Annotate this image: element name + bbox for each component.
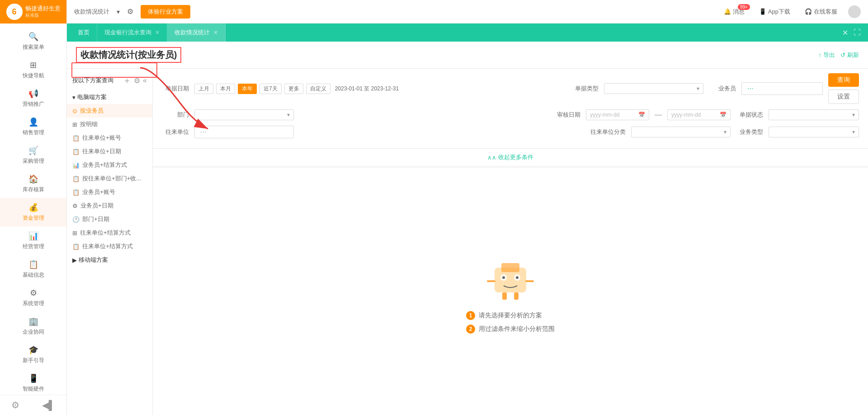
sidebar-item-purchase[interactable]: 🛒 采购管理 xyxy=(0,141,66,170)
date-btn-custom[interactable]: 自定义 xyxy=(306,84,330,94)
left-panel: 按以下方案查询 ＋ ⚙ « ▾ 电脑端方案 ⊙ 按业务员 ⊞ xyxy=(67,69,153,415)
salesperson-more-icon[interactable]: ··· xyxy=(747,85,753,93)
scheme-partner-settle2[interactable]: 📋 往来单位+结算方式 xyxy=(67,240,152,253)
query-button[interactable]: 查询 xyxy=(828,73,859,87)
hardware-icon: 📱 xyxy=(28,373,38,383)
sidebar-item-label: 销售管理 xyxy=(23,129,44,137)
collapse-panel-icon[interactable]: « xyxy=(143,76,147,85)
scheme-salesperson-settle[interactable]: 📊 业务员+结算方式 xyxy=(67,158,152,172)
sidebar-item-basic[interactable]: 📋 基础信息 xyxy=(0,255,66,283)
collapse-bar[interactable]: ∧∧ 收起更多条件 xyxy=(153,148,868,166)
sidebar-collapse-icon[interactable]: ◀▌ xyxy=(42,400,55,410)
scheme-salesperson-account[interactable]: 📋 业务员+账号 xyxy=(67,185,152,199)
review-date-end-input[interactable]: yyyy-mm-dd 📅 xyxy=(667,109,731,120)
mobile-section[interactable]: ▶ 移动端方案 xyxy=(67,253,152,267)
record-type-label: 单据类型 xyxy=(571,85,599,93)
business-type-select[interactable]: ▾ xyxy=(769,127,859,137)
tab-receipt[interactable]: 收款情况统计 ✕ xyxy=(167,24,226,42)
setting-button[interactable]: 设置 xyxy=(828,90,859,104)
empty-tip-1: 1 请先选择要分析的方案 xyxy=(466,311,555,320)
scheme-by-salesperson[interactable]: ⊙ 按业务员 xyxy=(67,104,152,118)
date-btn-last-month[interactable]: 上月 xyxy=(194,84,213,94)
sidebar-item-enterprise[interactable]: 🏢 企业协同 xyxy=(0,312,66,340)
enterprise-icon: 🏢 xyxy=(28,316,38,326)
tab-home[interactable]: 首页 xyxy=(71,24,97,42)
scheme-label: 业务员+日期 xyxy=(80,202,113,210)
scheme-dept-date[interactable]: 🕐 部门+日期 xyxy=(67,212,152,226)
export-label: 导出 xyxy=(823,51,835,59)
scheme-label: 按往来单位+部门+收... xyxy=(82,174,141,183)
dept-label: 部门 xyxy=(162,111,189,119)
sidebar-item-finance[interactable]: 💰 资金管理 xyxy=(0,198,66,226)
purchase-icon: 🛒 xyxy=(28,146,38,156)
sidebar-item-marketing[interactable]: 📢 营销推广 xyxy=(0,84,66,113)
refresh-button[interactable]: ↺ 刷新 xyxy=(840,51,859,59)
content-area: 按以下方案查询 ＋ ⚙ « ▾ 电脑端方案 ⊙ 按业务员 ⊞ xyxy=(67,69,868,415)
svg-rect-9 xyxy=(514,292,519,300)
date-btn-this-month[interactable]: 本月 xyxy=(216,84,235,94)
tab-bank[interactable]: 现金银行流水查询 ✕ xyxy=(97,24,167,42)
notifications-button[interactable]: 🔔 消息 99+ xyxy=(724,8,745,16)
tab-receipt-close-icon[interactable]: ✕ xyxy=(213,29,218,36)
sidebar-item-hardware[interactable]: 📱 智能硬件 xyxy=(0,369,66,395)
tip-2-text: 用过滤条件来缩小分析范围 xyxy=(479,325,555,333)
breadcrumb: 收款情况统计 xyxy=(74,8,109,16)
scheme-label: 业务员+账号 xyxy=(82,188,115,196)
user-avatar[interactable] xyxy=(848,5,861,18)
export-icon: ↑ xyxy=(819,52,822,58)
scheme-label: 业务员+结算方式 xyxy=(82,161,127,169)
add-scheme-icon[interactable]: ＋ xyxy=(123,75,131,86)
mobile-arrow-icon: ▶ xyxy=(72,257,77,264)
scheme-partner-settle1[interactable]: ⊞ 往来单位+结算方式 xyxy=(67,226,152,240)
sidebar-settings-icon[interactable]: ⚙ xyxy=(11,400,19,410)
date-dash: — xyxy=(655,111,662,119)
refresh-label: 刷新 xyxy=(847,51,859,59)
svg-point-5 xyxy=(516,276,519,279)
date-btn-more[interactable]: 更多 xyxy=(284,84,303,94)
tab-close-all-icon[interactable]: ✕ xyxy=(842,28,848,37)
page-content: 收款情况统计(按业务员) ↑ 导出 ↺ 刷新 按以下方案查询 xyxy=(67,42,868,415)
scheme-partner-account[interactable]: 📋 往来单位+账号 xyxy=(67,131,152,145)
desktop-section[interactable]: ▾ 电脑端方案 xyxy=(67,90,152,104)
sidebar-item-inventory[interactable]: 🏠 库存核算 xyxy=(0,170,66,198)
export-button[interactable]: ↑ 导出 xyxy=(819,51,835,59)
salesperson-account-icon: 📋 xyxy=(72,189,80,196)
sidebar-item-sales[interactable]: 👤 销售管理 xyxy=(0,113,66,141)
tab-expand-icon[interactable]: ⛶ xyxy=(854,28,861,37)
sidebar-item-search[interactable]: 🔍 搜索菜单 xyxy=(0,27,66,56)
sidebar-item-newbie[interactable]: 🎓 新手引导 xyxy=(0,340,66,369)
date-btn-this-year[interactable]: 本年 xyxy=(238,84,257,94)
trial-button[interactable]: 体验行业方案 xyxy=(141,5,190,19)
scheme-label: 往来单位+结算方式 xyxy=(80,229,131,237)
scheme-salesperson-date[interactable]: ⚙ 业务员+日期 xyxy=(67,199,152,212)
scheme-partner-date[interactable]: 📋 往来单位+日期 xyxy=(67,145,152,158)
topbar-dropdown-icon[interactable]: ▾ xyxy=(117,8,120,15)
app-download-button[interactable]: 📱 App下载 xyxy=(759,8,790,16)
sidebar-nav: 🔍 搜索菜单 ⊞ 快捷导航 📢 营销推广 👤 销售管理 🛒 采购管理 🏠 库存核… xyxy=(0,24,66,395)
scheme-by-detail[interactable]: ⊞ 按明细 xyxy=(67,118,152,131)
scheme-settings-icon[interactable]: ⚙ xyxy=(134,76,140,85)
sidebar-item-system[interactable]: ⚙ 系统管理 xyxy=(0,283,66,312)
date-btn-7days[interactable]: 近7天 xyxy=(259,84,282,94)
sidebar-item-business[interactable]: 📊 经营管理 xyxy=(0,226,66,255)
record-type-select[interactable]: ▾ xyxy=(604,83,703,94)
partner-more-icon[interactable]: ··· xyxy=(200,128,206,136)
topbar-gear-icon[interactable]: ⚙ xyxy=(127,7,133,16)
sidebar-item-label: 采购管理 xyxy=(23,157,44,165)
salesperson-select[interactable]: ··· xyxy=(741,82,823,95)
record-status-select[interactable]: ▾ xyxy=(769,109,859,120)
record-status-label: 单据状态 xyxy=(736,111,763,119)
sidebar: 6 畅捷通好生意 标准版 🔍 搜索菜单 ⊞ 快捷导航 📢 营销推广 👤 销售管理… xyxy=(0,0,67,415)
scheme-partner-dept[interactable]: 📋 按往来单位+部门+收... xyxy=(67,172,152,185)
tab-bank-close-icon[interactable]: ✕ xyxy=(155,29,160,36)
customer-service-button[interactable]: 🎧 在线客服 xyxy=(805,8,837,16)
dept-date-icon: 🕐 xyxy=(72,216,80,223)
review-date-start-input[interactable]: yyyy-mm-dd 📅 xyxy=(586,109,649,120)
partner-select[interactable]: ··· xyxy=(194,126,294,138)
sidebar-item-label: 经营管理 xyxy=(23,243,44,250)
dept-select[interactable]: ▾ xyxy=(194,109,294,120)
sidebar-item-quicknav[interactable]: ⊞ 快捷导航 xyxy=(0,56,66,84)
partner-category-select[interactable]: ▾ xyxy=(631,127,731,137)
quicknav-icon: ⊞ xyxy=(30,60,37,70)
collapse-label: 收起更多条件 xyxy=(498,153,533,161)
